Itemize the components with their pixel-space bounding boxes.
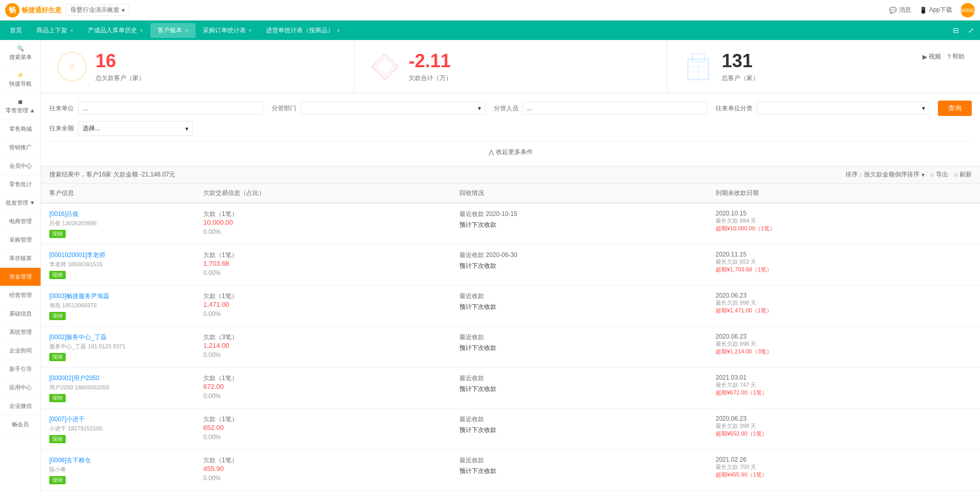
- sidebar-item-purchase-mgmt[interactable]: 采购管理: [0, 231, 41, 249]
- overdue-link[interactable]: 超期¥10,000.00（1笔）: [716, 225, 775, 231]
- sidebar-item-marketing[interactable]: 营销推广: [0, 139, 41, 157]
- overdue-link[interactable]: 超期¥652.00（1笔）: [716, 430, 767, 437]
- close-icon[interactable]: ×: [337, 28, 340, 33]
- debt-count: 欠款（1笔）: [203, 456, 459, 465]
- customer-link[interactable]: [0016]吕俊: [49, 210, 79, 218]
- sidebar-item-quick-nav[interactable]: ⚡ 快捷导航: [0, 67, 41, 93]
- collapse-btn[interactable]: ⋀ 收起更多条件: [49, 146, 972, 159]
- debt-count: 欠款（1笔）: [203, 374, 459, 383]
- tab-purchase-stat-by-product[interactable]: 进货单统计表（按商品） ×: [259, 23, 347, 38]
- sidebar-item-enterprise-coop[interactable]: 企业协同: [0, 342, 41, 360]
- customer-link[interactable]: [0006]去下粮仓: [49, 457, 91, 464]
- tab-product-up-down[interactable]: 商品上下架 ×: [29, 23, 81, 38]
- video-btn[interactable]: ▶ 视频: [923, 52, 941, 61]
- app-download-btn[interactable]: 📱 App下载: [919, 6, 952, 14]
- top-bar-right: 💬 消息 📱 App下载 demo2: [889, 3, 975, 17]
- close-icon[interactable]: ×: [185, 28, 188, 33]
- due-date: 2020.06.23: [716, 333, 972, 340]
- sidebar-item-retail-mall[interactable]: 零售商城: [0, 120, 41, 139]
- stats-row: ¥ 16 总欠款客户（家） -2.11 欠款合计（万）: [41, 40, 980, 93]
- overdue-link[interactable]: 超期¥672.00（1笔）: [716, 389, 767, 396]
- th-debt-info: 欠款交易信息（占比）: [203, 189, 459, 198]
- customer-link[interactable]: [0002]服务中心_丁磊: [49, 333, 107, 341]
- overdue-link[interactable]: 超期¥1,703.68（1笔）: [716, 266, 772, 272]
- overdue-link[interactable]: 超期¥1,214.00（3笔）: [716, 348, 772, 354]
- customer-link[interactable]: [000002]用户2050: [49, 374, 99, 382]
- tab-home[interactable]: 首页: [3, 23, 29, 38]
- finance-mgmt-label: 资金管理: [9, 273, 32, 281]
- user-menu[interactable]: demo2: [960, 3, 975, 17]
- debt-amount: 672.00: [203, 383, 459, 390]
- overdue-link[interactable]: 超期¥1,471.00（1笔）: [716, 307, 772, 313]
- debt-amount: 1,214.00: [203, 342, 459, 349]
- sidebar-item-wholesale-mgmt[interactable]: 批发管理 ▼: [0, 194, 41, 212]
- tab-product-in-history[interactable]: 产成品入库单历史 ×: [81, 23, 150, 38]
- due-date-cell: 2020.06.23 最长欠款 998 天 超期¥652.00（1笔）: [716, 415, 972, 438]
- next-collection: 预计下次收款: [459, 262, 716, 270]
- stat-card-2-info: -2.11 欠款合计（万）: [409, 50, 452, 83]
- debt-percent: 0.00%: [203, 310, 459, 318]
- debt-count: 欠款（3笔）: [203, 333, 459, 342]
- filter-input-vendor[interactable]: ...: [78, 102, 263, 115]
- collapse-label: 收起更多条件: [496, 148, 533, 156]
- overdue-days: 最长欠款 884 天: [716, 217, 972, 225]
- nav-minimize-icon[interactable]: ⊟: [950, 25, 962, 35]
- due-date: 2021.03.01: [716, 374, 972, 381]
- overdue-days: 最长欠款 998 天: [716, 299, 972, 307]
- sidebar-item-retail-stats[interactable]: 零售统计: [0, 175, 41, 194]
- filter-select-balance[interactable]: 选择... ▾: [78, 121, 193, 136]
- top-bar-left: 畅 畅捷通好生意 母婴行业演示账套 ▾: [5, 3, 129, 17]
- sidebar-item-enterprise-wechat[interactable]: 企业微信: [0, 397, 41, 416]
- company-chevron: ▾: [122, 7, 125, 14]
- close-icon[interactable]: ×: [249, 28, 252, 33]
- filter-select-vendor-type[interactable]: ▾: [757, 102, 930, 115]
- next-collection: 预计下次收款: [459, 385, 716, 393]
- sidebar-item-app-center[interactable]: 应用中心: [0, 379, 41, 397]
- debt-count: 欠款（1笔）: [203, 210, 459, 219]
- sidebar-item-search-menu[interactable]: 🔍 搜索菜单: [0, 40, 41, 67]
- close-icon[interactable]: ×: [140, 28, 143, 33]
- message-btn[interactable]: 💬 消息: [889, 6, 911, 14]
- help-btn[interactable]: ? 帮助: [947, 52, 965, 61]
- tab-purchase-order-stat[interactable]: 采购订单统计表 ×: [196, 23, 259, 38]
- tab-customer-account[interactable]: 客户账本 ×: [150, 23, 196, 38]
- search-button[interactable]: 查询: [938, 101, 972, 116]
- customer-sub: 海燕 18513066976: [49, 302, 203, 309]
- sidebar-item-business-mgmt[interactable]: 经营管理: [0, 286, 41, 305]
- last-collection: 最近收款: [459, 374, 716, 383]
- customer-link[interactable]: [0007]小进干: [49, 416, 85, 423]
- overdue-link[interactable]: 超期¥455.90（1笔）: [716, 471, 767, 478]
- customer-sub: 服务中心_丁磊 181 0125 8371: [49, 343, 203, 350]
- sidebar-item-vip-member[interactable]: 畅会员: [0, 416, 41, 434]
- sidebar-item-inventory[interactable]: 库存核算: [0, 249, 41, 268]
- export-icon: ○: [931, 171, 934, 179]
- app-center-label: 应用中心: [9, 384, 32, 391]
- filter-item-vendor-type: 往来单位分类 ▾: [716, 102, 930, 115]
- customer-link[interactable]: [0001020001]李老师: [49, 251, 105, 259]
- sidebar-item-basic-info[interactable]: 基础信息: [0, 305, 41, 323]
- stat-card-debt-total: -2.11 欠款合计（万）: [354, 40, 667, 93]
- collection-cell: 最近收款 预计下次收款: [459, 456, 716, 476]
- sidebar-item-retail-mgmt[interactable]: ◼ 零售管理 ▲: [0, 93, 41, 120]
- filter-label-balance: 往来余额: [49, 124, 74, 133]
- sidebar-item-new-guide[interactable]: 新手引导: [0, 360, 41, 379]
- debt-info-cell: 欠款（1笔） 1,471.00 0.00%: [203, 292, 459, 318]
- close-icon[interactable]: ×: [70, 28, 73, 33]
- filter-input-person[interactable]: ...: [523, 102, 708, 115]
- sidebar-item-members[interactable]: 会员中心: [0, 157, 41, 175]
- help-label: 帮助: [952, 52, 965, 61]
- customer-link[interactable]: [0003]畅捷服务尹海蕊: [49, 292, 109, 300]
- filter-item-balance: 往来余额 选择... ▾: [49, 121, 193, 136]
- nav-maximize-icon[interactable]: ⤢: [965, 25, 977, 35]
- main-content: ¥ 16 总欠款客户（家） -2.11 欠款合计（万）: [41, 40, 980, 493]
- filter-row-2: 往来余额 选择... ▾: [49, 121, 972, 136]
- debt-percent: 0.00%: [203, 351, 459, 359]
- company-selector[interactable]: 母婴行业演示账套 ▾: [66, 4, 129, 16]
- sidebar-item-finance-mgmt[interactable]: 资金管理: [0, 268, 41, 286]
- export-btn[interactable]: ○ 导出: [931, 170, 948, 179]
- sidebar-item-ecommerce[interactable]: 电商管理: [0, 212, 41, 231]
- sort-dropdown[interactable]: 排序：按欠款金额倒序排序 ▾: [846, 170, 925, 179]
- sidebar-item-system-mgmt[interactable]: 系统管理: [0, 323, 41, 342]
- refresh-btn[interactable]: ○ 刷新: [954, 170, 972, 179]
- filter-select-dept[interactable]: ▾: [300, 102, 486, 115]
